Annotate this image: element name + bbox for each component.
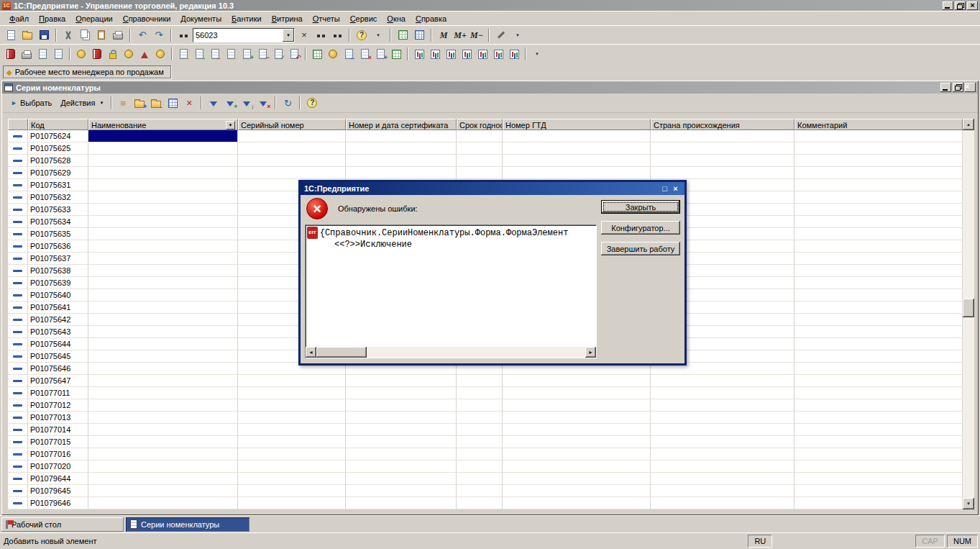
cell[interactable] [238, 460, 346, 473]
cell[interactable] [457, 142, 503, 155]
find-next-icon[interactable] [313, 27, 329, 43]
cell[interactable] [238, 155, 346, 167]
cell[interactable] [651, 473, 794, 485]
price-report-icon[interactable] [459, 46, 475, 62]
cell[interactable] [794, 436, 963, 448]
hierarchy-view-icon[interactable]: ≡ [115, 95, 131, 111]
cell[interactable] [651, 399, 794, 412]
cell[interactable] [794, 350, 963, 363]
cell[interactable] [794, 412, 963, 424]
cell[interactable] [651, 497, 794, 509]
row-marker-cell[interactable] [8, 216, 28, 228]
row-marker-cell[interactable] [8, 387, 28, 399]
code-cell[interactable]: P01075644 [28, 338, 88, 350]
code-cell[interactable]: P01075646 [28, 363, 88, 375]
code-cell[interactable]: P01075641 [28, 301, 88, 314]
error-text-area[interactable]: err{Справочник.СерииНоменклатуры.Форма.Ф… [305, 224, 597, 358]
save-icon[interactable] [36, 27, 52, 43]
code-cell[interactable]: P01075639 [28, 277, 88, 289]
code-cell[interactable]: P01075624 [28, 130, 88, 142]
menu-item[interactable]: Витрина [267, 13, 308, 24]
table-row[interactable]: P01079646 [8, 497, 963, 509]
find-settings-icon[interactable] [329, 27, 345, 43]
cell[interactable] [651, 460, 794, 473]
memory-icon[interactable]: М [436, 27, 452, 43]
code-cell[interactable]: P01079644 [28, 473, 88, 485]
cell[interactable] [238, 497, 346, 509]
row-marker-cell[interactable] [8, 191, 28, 204]
cell[interactable] [794, 265, 963, 277]
paste-icon[interactable] [93, 27, 109, 43]
cell[interactable] [346, 497, 457, 509]
cell[interactable] [457, 375, 503, 387]
row-marker-cell[interactable] [8, 179, 28, 191]
cell[interactable] [794, 485, 963, 497]
supplier-order-icon[interactable]: ← [223, 46, 239, 62]
menu-item[interactable]: Документы [175, 13, 226, 24]
scroll-down-icon[interactable]: ▼ [963, 498, 974, 509]
code-cell[interactable]: P01075637 [28, 253, 88, 265]
clear-search-icon[interactable]: × [296, 27, 312, 43]
dialog-close-icon[interactable]: × [670, 183, 681, 194]
cell[interactable] [346, 155, 457, 167]
column-header[interactable]: Срок годнос... [457, 119, 503, 130]
cell[interactable] [88, 387, 238, 399]
cell[interactable] [794, 228, 963, 240]
stock-report-icon[interactable] [427, 46, 443, 62]
menu-item[interactable]: Правка [34, 13, 70, 24]
dialog-maximize-icon[interactable]: □ [659, 183, 670, 194]
cell[interactable] [794, 473, 963, 485]
scrollbar-thumb[interactable] [316, 347, 367, 358]
open-file-icon[interactable] [19, 27, 35, 43]
code-cell[interactable]: P01079646 [28, 497, 88, 509]
row-marker-cell[interactable] [8, 289, 28, 301]
code-cell[interactable]: P01075638 [28, 265, 88, 277]
vertical-scrollbar[interactable]: ▲ ▼ [963, 119, 974, 509]
cell[interactable] [346, 424, 457, 436]
cell[interactable] [503, 485, 651, 497]
cell[interactable] [346, 142, 457, 155]
cell[interactable] [88, 412, 238, 424]
child-minimize-icon[interactable] [940, 83, 951, 92]
row-marker-cell[interactable] [8, 155, 28, 167]
cell[interactable] [794, 191, 963, 204]
menu-item[interactable]: Отчеты [308, 13, 345, 24]
cell[interactable] [88, 277, 238, 289]
cell[interactable] [794, 216, 963, 228]
cut-icon[interactable] [60, 27, 76, 43]
table-row[interactable]: P01077012 [8, 399, 963, 412]
cell[interactable] [794, 277, 963, 289]
cell[interactable] [503, 130, 651, 142]
cash-report-icon[interactable] [490, 46, 506, 62]
cell[interactable] [346, 460, 457, 473]
saved-reports-icon[interactable] [35, 46, 50, 62]
cell[interactable] [503, 142, 651, 155]
row-marker-cell[interactable] [8, 497, 28, 509]
row-marker-cell[interactable] [8, 363, 28, 375]
print-document-icon[interactable] [19, 46, 35, 62]
code-cell[interactable]: P01075634 [28, 216, 88, 228]
code-cell[interactable]: P01075635 [28, 228, 88, 240]
cell[interactable] [88, 326, 238, 338]
warehouse-icon[interactable] [105, 46, 121, 62]
cell[interactable] [794, 387, 963, 399]
chevron-down-icon[interactable]: ▼ [283, 29, 294, 42]
cell[interactable] [88, 436, 238, 448]
cell[interactable] [346, 448, 457, 460]
horizontal-scrollbar[interactable]: ◄ ► [306, 347, 596, 358]
cell[interactable] [88, 338, 238, 350]
row-marker-cell[interactable] [8, 204, 28, 216]
new-group-icon[interactable]: + [132, 95, 147, 111]
scroll-right-icon[interactable]: ► [585, 347, 596, 358]
row-marker-cell[interactable] [8, 424, 28, 436]
cell[interactable] [457, 448, 503, 460]
cell[interactable] [238, 485, 346, 497]
row-marker-cell[interactable] [8, 485, 28, 497]
cell[interactable] [794, 204, 963, 216]
redo-icon[interactable]: ↷ [151, 27, 167, 43]
row-marker-cell[interactable] [8, 448, 28, 460]
row-marker-cell[interactable] [8, 460, 28, 473]
code-cell[interactable]: P01075628 [28, 155, 88, 167]
code-cell[interactable]: P01077015 [28, 436, 88, 448]
cell[interactable] [794, 130, 963, 142]
